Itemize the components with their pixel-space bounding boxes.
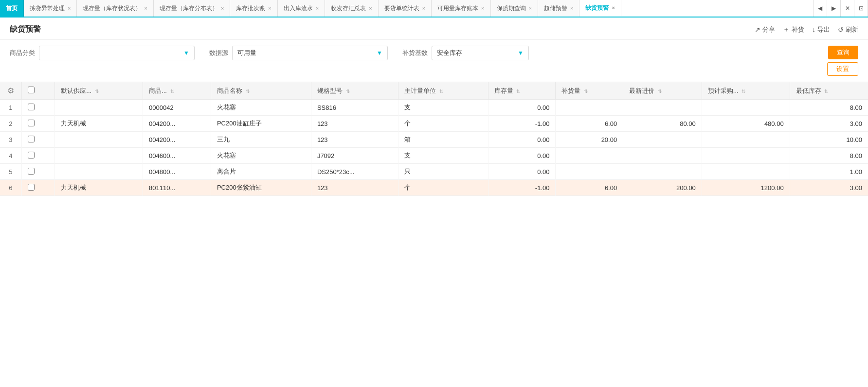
tab-close-shortage[interactable]: ×	[612, 5, 615, 11]
td-spec: SS816	[311, 100, 398, 116]
tab-close-order-stats[interactable]: ×	[422, 5, 425, 11]
sort-replenish-icon[interactable]: ⇅	[584, 88, 588, 94]
th-spec: 规格型号 ⇅	[311, 82, 398, 100]
td-index: 6	[0, 180, 21, 196]
td-spec: 123	[311, 116, 398, 132]
sort-spec-icon[interactable]: ⇅	[346, 88, 350, 94]
table-row: 2力天机械004200...PC200油缸庄子123个-1.006.0080.0…	[0, 116, 868, 132]
tab-close-available-book[interactable]: ×	[481, 5, 484, 11]
td-index: 4	[0, 148, 21, 164]
th-stock: 库存量 ⇅	[488, 82, 556, 100]
refresh-icon: ↺	[838, 26, 844, 34]
query-button[interactable]: 查询	[828, 46, 858, 59]
export-button[interactable]: ↓ 导出	[812, 25, 830, 34]
refresh-button[interactable]: ↺ 刷新	[838, 25, 858, 34]
sort-est-icon[interactable]: ⇅	[741, 88, 745, 94]
tab-available-book[interactable]: 可用量库存账本×	[432, 0, 490, 17]
tab-close-stock-status[interactable]: ×	[144, 5, 147, 11]
gear-icon[interactable]: ⚙	[7, 87, 14, 95]
tab-expiry[interactable]: 保质期查询×	[491, 0, 538, 17]
replenish-base-label: 补货基数	[402, 49, 428, 57]
replenish-button[interactable]: ＋ 补货	[783, 25, 804, 34]
sort-price-icon[interactable]: ⇅	[658, 88, 662, 94]
select-all-checkbox[interactable]	[28, 87, 35, 93]
share-button[interactable]: ↗ 分享	[755, 25, 775, 34]
tab-batch-account[interactable]: 库存批次账×	[230, 0, 277, 17]
tab-prev-btn[interactable]: ◀	[814, 0, 827, 17]
row-checkbox[interactable]	[28, 120, 35, 126]
filter-area: 商品分类 ▼ 数据源 可用量 ▼ 补货基数 安全库存 ▼ 查询 设置	[0, 40, 868, 82]
tab-label-stock-status: 现存量（库存状况表）	[83, 4, 141, 13]
tab-shortage[interactable]: 缺货预警×	[579, 0, 621, 17]
settings-button[interactable]: 设置	[827, 62, 858, 76]
td-cb[interactable]	[21, 180, 55, 196]
tab-label-shortage: 缺货预警	[585, 4, 609, 12]
td-replenish: 6.00	[556, 116, 623, 132]
td-unit: 箱	[398, 132, 488, 148]
td-product-code: 004600...	[143, 148, 211, 164]
sort-stock-icon[interactable]: ⇅	[516, 88, 520, 94]
datasource-select[interactable]: 可用量 ▼	[232, 46, 388, 60]
replenish-icon: ＋	[783, 25, 790, 34]
tab-inout-flow[interactable]: 出入库流水×	[278, 0, 325, 17]
tab-stock-status[interactable]: 现存量（库存状况表）×	[77, 0, 153, 17]
row-checkbox[interactable]	[28, 152, 35, 158]
tab-label-recv-summary: 收发存汇总表	[331, 4, 366, 13]
row-checkbox[interactable]	[28, 136, 35, 142]
td-cb[interactable]	[21, 116, 55, 132]
th-unit: 主计量单位 ⇅	[398, 82, 488, 100]
tab-expand-btn[interactable]: ⊡	[854, 0, 868, 17]
td-replenish: 6.00	[556, 180, 623, 196]
td-est-purchase	[702, 132, 790, 148]
tab-close-defective[interactable]: ×	[68, 5, 71, 11]
td-unit: 只	[398, 164, 488, 180]
sort-min-icon[interactable]: ⇅	[824, 88, 828, 94]
tab-home[interactable]: 首页	[0, 0, 24, 17]
table-container: ⚙ 默认供应... ⇅ 商品... ⇅ 商品名称 ⇅	[0, 82, 868, 196]
sort-unit-icon[interactable]: ⇅	[439, 88, 443, 94]
td-unit: 个	[398, 180, 488, 196]
tab-close-recv-summary[interactable]: ×	[369, 5, 372, 11]
th-checkbox	[21, 82, 55, 100]
td-latest-price	[623, 164, 702, 180]
sort-supplier-icon[interactable]: ⇅	[95, 88, 99, 94]
th-gear[interactable]: ⚙	[0, 82, 21, 100]
category-select[interactable]: ▼	[39, 46, 195, 60]
table-row: 6力天机械801110...PC200张紧油缸123个-1.006.00200.…	[0, 180, 868, 196]
sort-name-icon[interactable]: ⇅	[246, 88, 250, 94]
tab-label-inout-flow: 出入库流水	[284, 4, 313, 13]
replenish-base-select[interactable]: 安全库存 ▼	[432, 46, 529, 60]
tab-overstock[interactable]: 超储预警×	[538, 0, 579, 17]
tab-close-inout-flow[interactable]: ×	[316, 5, 319, 11]
th-supplier: 默认供应... ⇅	[55, 82, 143, 100]
tab-stock-dist[interactable]: 现存量（库存分布表）×	[154, 0, 230, 17]
page-header: 缺货预警 ↗ 分享 ＋ 补货 ↓ 导出 ↺ 刷新	[0, 18, 868, 40]
td-cb[interactable]	[21, 164, 55, 180]
td-cb[interactable]	[21, 148, 55, 164]
td-cb[interactable]	[21, 132, 55, 148]
tab-close-btn[interactable]: ✕	[841, 0, 854, 17]
td-supplier: 力天机械	[55, 116, 143, 132]
tab-next-btn[interactable]: ▶	[827, 0, 841, 17]
tab-close-expiry[interactable]: ×	[529, 5, 532, 11]
tab-recv-summary[interactable]: 收发存汇总表×	[325, 0, 378, 17]
td-spec: J7092	[311, 148, 398, 164]
tab-order-stats[interactable]: 要货单统计表×	[379, 0, 432, 17]
td-est-purchase: 480.00	[702, 116, 790, 132]
shortage-table: ⚙ 默认供应... ⇅ 商品... ⇅ 商品名称 ⇅	[0, 82, 868, 196]
td-product-code: 801110...	[143, 180, 211, 196]
th-est-purchase: 预计采购... ⇅	[702, 82, 790, 100]
td-product-name: 火花塞	[211, 148, 311, 164]
row-checkbox[interactable]	[28, 184, 35, 191]
td-product-code: 004800...	[143, 164, 211, 180]
tab-close-overstock[interactable]: ×	[570, 5, 573, 11]
sort-code-icon[interactable]: ⇅	[170, 88, 174, 94]
row-checkbox[interactable]	[28, 104, 35, 110]
tab-close-stock-dist[interactable]: ×	[221, 5, 224, 11]
td-supplier	[55, 164, 143, 180]
td-stock: -1.00	[488, 180, 556, 196]
row-checkbox[interactable]	[28, 168, 35, 175]
td-cb[interactable]	[21, 100, 55, 116]
tab-close-batch-account[interactable]: ×	[268, 5, 271, 11]
tab-defective[interactable]: 拣货异常处理×	[24, 0, 77, 17]
